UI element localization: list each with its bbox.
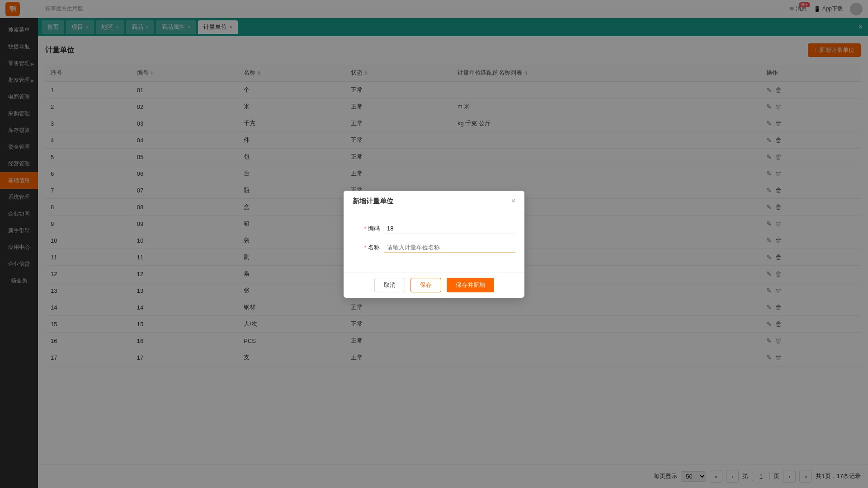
name-label: 名称 bbox=[353, 244, 380, 252]
name-form-row: 名称 bbox=[353, 242, 515, 253]
modal-header: 新增计量单位 × bbox=[344, 191, 524, 212]
add-unit-modal: 新增计量单位 × 编码 名称 取消 保存 保存并新增 bbox=[344, 191, 524, 298]
modal-footer: 取消 保存 保存并新增 bbox=[344, 272, 524, 298]
cancel-button[interactable]: 取消 bbox=[374, 278, 405, 292]
modal-close-button[interactable]: × bbox=[511, 197, 515, 205]
code-input[interactable] bbox=[384, 223, 515, 234]
save-and-new-button[interactable]: 保存并新增 bbox=[447, 278, 494, 292]
save-button[interactable]: 保存 bbox=[410, 278, 441, 292]
modal-body: 编码 名称 bbox=[344, 212, 524, 272]
code-form-row: 编码 bbox=[353, 223, 515, 234]
modal-overlay[interactable]: 新增计量单位 × 编码 名称 取消 保存 保存并新增 bbox=[0, 0, 868, 488]
name-input[interactable] bbox=[384, 242, 515, 253]
code-label: 编码 bbox=[353, 225, 380, 233]
modal-title: 新增计量单位 bbox=[353, 197, 393, 206]
